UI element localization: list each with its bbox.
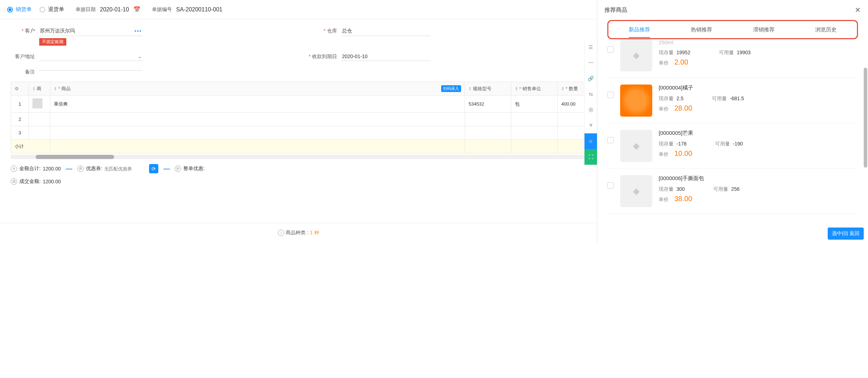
close-icon[interactable]: ✕ [855, 6, 861, 14]
table-row[interactable]: 3 [11, 126, 586, 140]
stock-value: 2.5 [676, 96, 683, 101]
select-return-button[interactable]: 选中(0) 返回 [828, 228, 864, 240]
coupon-input[interactable] [104, 166, 147, 172]
table-row[interactable]: 2 [11, 113, 586, 126]
sort-icon: ▲▼ [469, 87, 471, 91]
recommend-panel: 推荐商品 ✕ 新品推荐 热销推荐 滞销推荐 浏览历史 ◆ 250ml 现存量19… [597, 0, 868, 242]
tab-hot[interactable]: 热销推荐 [691, 23, 712, 37]
product-checkbox[interactable] [607, 137, 614, 143]
doc-date-value[interactable]: 2020-01-10 [100, 6, 129, 13]
kinds-label: 商品种类 : [286, 230, 308, 235]
price-label: 单价 [659, 151, 669, 157]
price-value: 10.00 [674, 149, 692, 157]
product-checkbox[interactable] [607, 182, 614, 189]
side-expand-icon[interactable]: ⛶ [584, 149, 597, 165]
side-chart-icon[interactable]: 〰 [584, 55, 597, 71]
price-label: 单价 [659, 196, 669, 202]
product-thumb [32, 98, 42, 108]
paydue-input[interactable]: 2020-01-10 [341, 52, 430, 61]
product-item: ◆ [0000005]芒果 现存量-178 可用量-190 单价10.00 [607, 123, 858, 169]
avail-label: 可用量 [715, 141, 730, 147]
product-name: [0000004]橘子 [659, 85, 858, 91]
avail-label: 可用量 [719, 50, 734, 55]
customer-value: 苏州万达沃尔玛 [40, 28, 75, 34]
radio-return-label: 退货单 [48, 6, 64, 13]
product-checkbox[interactable] [607, 92, 614, 98]
price-value: 2.00 [674, 58, 688, 66]
deal-icon: 成 [11, 178, 17, 185]
product-item: ◆ 250ml 现存量19952 可用量19903 单价2.00 [607, 39, 858, 78]
coupon-icon: 券 [77, 165, 84, 172]
amount-total-label: 金额合计: [19, 165, 41, 172]
doc-no-label: 单据编号 [152, 6, 172, 13]
sort-icon: ▲▼ [561, 87, 564, 91]
side-star-icon[interactable]: ☆ [584, 133, 597, 149]
product-image: 🍊 [620, 85, 652, 117]
side-link-icon[interactable]: 🔗 [584, 71, 597, 86]
product-image-placeholder: ◆ [620, 130, 652, 162]
bottom-summary: i 商品种类 : 1 种 [0, 223, 597, 243]
minus-icon: — [163, 165, 170, 173]
scan-badge[interactable]: 扫码录入 [441, 85, 461, 92]
refresh-button[interactable]: ⟳ [149, 164, 158, 173]
price-label: 单价 [659, 106, 669, 112]
avail-label: 可用量 [712, 96, 727, 101]
minus-icon: — [66, 165, 72, 173]
paydue-label: 收款到期日 [312, 53, 337, 59]
product-checkbox[interactable] [607, 46, 614, 53]
side-toolbar: ☰ 〰 🔗 ⇆ ⦿ ￥ ☆ ⛶ [584, 39, 597, 165]
side-money-icon[interactable]: ￥ [584, 118, 597, 133]
th-spec[interactable]: ▲▼规格型号 [465, 82, 511, 96]
remark-label: 备注 [25, 69, 35, 75]
stock-label: 现存量 [659, 186, 674, 192]
th-unit[interactable]: ▲▼*销售单位 [511, 82, 558, 96]
vertical-scrollbar[interactable] [864, 68, 867, 168]
avail-value: -190 [733, 141, 743, 147]
price-label: 单价 [659, 60, 669, 66]
radio-unchecked-icon [40, 7, 45, 12]
th-qty[interactable]: ▲▼*数量 [558, 82, 586, 96]
amount-total-value: 1200.00 [43, 166, 61, 172]
product-image-placeholder: ◆ [620, 175, 652, 207]
side-swap-icon[interactable]: ⇆ [584, 86, 597, 102]
remark-input[interactable] [39, 67, 143, 71]
kinds-value: 1 种 [310, 230, 319, 235]
calendar-icon[interactable]: 📅 [133, 6, 141, 13]
doc-date-label: 单据日期 [76, 6, 96, 13]
stock-label: 现存量 [659, 96, 674, 101]
more-dots-icon[interactable]: ••• [134, 28, 142, 34]
price-value: 38.00 [674, 195, 692, 203]
warehouse-value: 总仓 [342, 28, 352, 34]
side-paren-icon[interactable]: ⦿ [584, 102, 597, 118]
customer-input[interactable]: 苏州万达沃尔玛 ••• [39, 26, 143, 36]
panel-title: 推荐商品 [604, 6, 627, 14]
horizontal-scrollbar[interactable] [11, 155, 586, 159]
recommend-tabs: 新品推荐 热销推荐 滞销推荐 浏览历史 [607, 20, 858, 39]
price-value: 28.00 [674, 104, 692, 112]
radio-sales-order[interactable]: 销货单 [7, 6, 32, 13]
side-list-icon[interactable]: ☰ [584, 39, 597, 55]
th-gear[interactable]: ⚙ [11, 82, 29, 96]
address-input[interactable]: ⌄ [39, 52, 143, 61]
sort-icon: ▲▼ [32, 87, 35, 91]
chevron-down-icon[interactable]: ⌄ [138, 53, 142, 59]
radio-checked-icon [7, 7, 13, 12]
line-items-table: ⚙ ▲▼商 ▲▼*商品扫码录入 ▲▼规格型号 ▲▼*销售单位 ▲▼*数量 1 果… [11, 82, 586, 153]
top-bar: 销货单 退货单 单据日期 2020-01-10 📅 单据编号 SA-202001… [0, 0, 597, 19]
th-merchant[interactable]: ▲▼商 [29, 82, 50, 96]
info-icon: i [278, 230, 284, 236]
warehouse-input[interactable]: 总仓 [341, 26, 430, 36]
tab-history[interactable]: 浏览历史 [815, 23, 837, 37]
radio-sales-label: 销货单 [16, 6, 32, 13]
th-product[interactable]: ▲▼*商品扫码录入 [50, 82, 465, 96]
stock-label: 现存量 [659, 50, 674, 55]
tab-slow[interactable]: 滞销推荐 [753, 23, 775, 37]
product-image-placeholder: ◆ [620, 39, 652, 71]
coupon-label: 优惠券: [86, 165, 102, 172]
customer-label: 客户 [25, 28, 35, 34]
tab-new[interactable]: 新品推荐 [629, 23, 650, 37]
avail-value: 19903 [737, 50, 751, 55]
account-period-badge: 不固定账期 [39, 38, 66, 46]
table-row[interactable]: 1 果倍爽 534532 包 400.00 [11, 96, 586, 113]
radio-return-order[interactable]: 退货单 [40, 6, 64, 13]
